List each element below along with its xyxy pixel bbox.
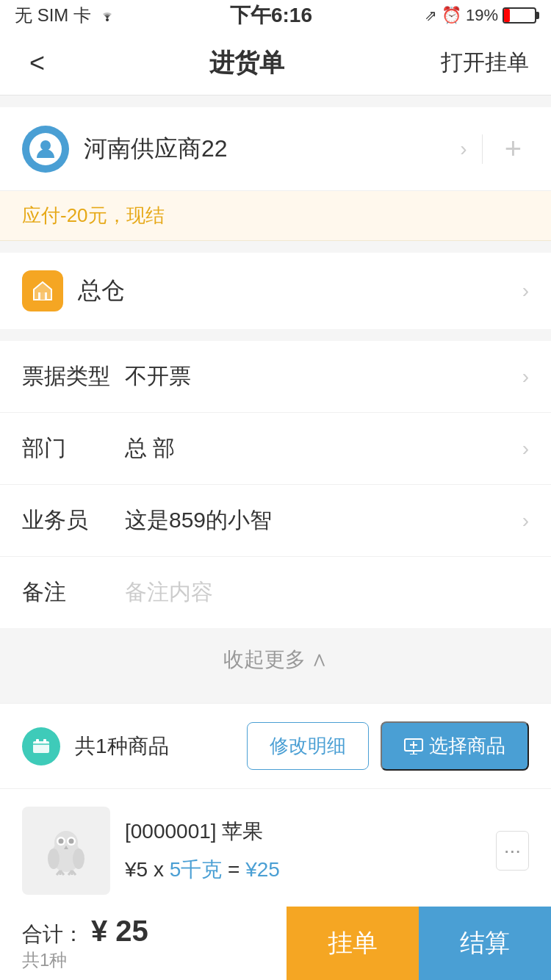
product-count: 共1种商品: [75, 732, 247, 760]
multiply-sign: x: [154, 858, 164, 881]
collapse-label: 收起更多 ∧: [223, 648, 328, 671]
supplier-name: 河南供应商22: [84, 133, 453, 165]
product-icon: [22, 727, 60, 765]
product-header: 共1种商品 修改明细 选择商品: [0, 703, 551, 789]
product-title: 苹果: [222, 820, 263, 843]
svg-point-16: [59, 839, 64, 844]
back-button[interactable]: <: [22, 40, 52, 86]
salesman-label: 业务员: [22, 505, 125, 536]
bottom-bar: 合计： ¥ 25 共1种 挂单 结算: [0, 907, 551, 980]
department-label: 部门: [22, 433, 125, 464]
remark-label: 备注: [22, 577, 125, 608]
svg-point-19: [48, 849, 60, 869]
product-info: [0000001] 苹果 ¥5 x 5千克 = ¥25: [125, 818, 481, 884]
battery-icon: [503, 7, 536, 24]
supplier-chevron-icon: ›: [460, 137, 467, 161]
product-item: [0000001] 苹果 ¥5 x 5千克 = ¥25 ···: [0, 789, 551, 913]
product-code: [0000001]: [125, 820, 217, 843]
total-amount: ¥ 25: [91, 915, 148, 948]
status-bar: 无 SIM 卡 下午6:16 ⇗ ⏰ 19%: [0, 0, 551, 31]
svg-rect-5: [36, 739, 39, 743]
supplier-row[interactable]: 河南供应商22 › +: [0, 107, 551, 191]
product-price: ¥5 x 5千克 = ¥25: [125, 856, 481, 884]
svg-point-20: [73, 849, 84, 869]
collapse-bar[interactable]: 收起更多 ∧: [0, 628, 551, 691]
select-product-label: 选择商品: [429, 733, 505, 759]
status-right: ⇗ ⏰ 19%: [425, 6, 536, 25]
total-value: ¥25: [245, 858, 280, 881]
edit-detail-button[interactable]: 修改明细: [247, 722, 369, 770]
equals-sign: =: [228, 858, 240, 881]
quantity-value: 5千克: [170, 858, 223, 881]
svg-point-17: [69, 839, 74, 844]
price-value: ¥5: [125, 858, 148, 881]
nav-bar: < 进货单 打开挂单: [0, 31, 551, 96]
gap-1: [0, 96, 551, 107]
checkout-button[interactable]: 结算: [419, 907, 551, 980]
page-title: 进货单: [209, 46, 284, 80]
status-time: 下午6:16: [230, 1, 312, 29]
svg-rect-6: [43, 739, 46, 743]
total-area: 合计： ¥ 25 共1种: [0, 907, 287, 980]
salesman-row[interactable]: 业务员 这是859的小智 ›: [0, 485, 551, 557]
invoice-chevron-icon: ›: [522, 365, 529, 389]
select-product-button[interactable]: 选择商品: [381, 721, 529, 771]
remark-input[interactable]: 备注内容: [125, 577, 529, 608]
svg-rect-3: [40, 292, 45, 300]
total-line: 合计： ¥ 25: [22, 915, 264, 948]
svg-rect-4: [33, 741, 49, 753]
invoice-label: 票据类型: [22, 361, 125, 392]
warehouse-row[interactable]: 总仓 ›: [0, 253, 551, 329]
status-left: 无 SIM 卡: [15, 4, 118, 27]
department-chevron-icon: ›: [522, 437, 529, 461]
supplier-avatar: [22, 126, 69, 173]
supplier-section: 河南供应商22 › + 应付-20元，现结: [0, 107, 551, 241]
total-count: 共1种: [22, 948, 264, 972]
warehouse-section[interactable]: 总仓 ›: [0, 253, 551, 329]
open-hang-button[interactable]: 打开挂单: [441, 48, 529, 78]
svg-point-0: [106, 18, 109, 21]
salesman-chevron-icon: ›: [522, 509, 529, 533]
warehouse-name: 总仓: [78, 275, 515, 307]
invoice-row[interactable]: 票据类型 不开票 ›: [0, 341, 551, 413]
warehouse-chevron-icon: ›: [522, 279, 529, 303]
product-name: [0000001] 苹果: [125, 818, 481, 846]
notice-text: 应付-20元，现结: [22, 204, 165, 226]
carrier-text: 无 SIM 卡: [15, 4, 91, 27]
vertical-divider: [482, 134, 483, 164]
warehouse-icon: [22, 270, 63, 311]
alarm-icon: ⏰: [442, 6, 461, 25]
form-section: 票据类型 不开票 › 部门 总 部 › 业务员 这是859的小智 › 备注 备注…: [0, 341, 551, 628]
remark-row[interactable]: 备注 备注内容: [0, 557, 551, 628]
salesman-value: 这是859的小智: [125, 505, 515, 536]
total-label: 合计：: [22, 920, 84, 948]
gap-2: [0, 241, 551, 253]
location-icon: ⇗: [425, 7, 437, 24]
battery-percent: 19%: [466, 6, 498, 25]
invoice-value: 不开票: [125, 361, 515, 392]
product-thumb-logo: [37, 821, 96, 880]
hang-button[interactable]: 挂单: [287, 907, 419, 980]
product-thumbnail: [22, 807, 110, 895]
wifi-icon: [97, 5, 118, 26]
gap-4: [0, 691, 551, 703]
department-value: 总 部: [125, 433, 515, 464]
add-supplier-button[interactable]: +: [497, 125, 529, 173]
notice-bar: 应付-20元，现结: [0, 191, 551, 241]
gap-3: [0, 329, 551, 341]
svg-point-1: [40, 140, 51, 151]
department-row[interactable]: 部门 总 部 ›: [0, 413, 551, 485]
product-more-button[interactable]: ···: [496, 831, 529, 871]
